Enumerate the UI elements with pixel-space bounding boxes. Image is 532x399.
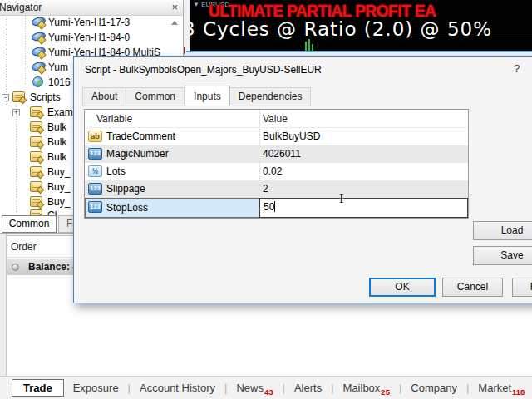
globe-icon bbox=[32, 76, 43, 87]
scroll-up-icon[interactable] bbox=[171, 21, 178, 25]
tab-dependencies[interactable]: Dependencies bbox=[230, 87, 312, 106]
terminal-tab-bar: Trade Exposure | Account History | News4… bbox=[0, 376, 532, 399]
table-row-selected[interactable]: 123 StopLoss 50 bbox=[85, 198, 468, 218]
mt4-window: ▼ EURUSD ULTIMATE PARTIAL PROFIT EA 3 Cy… bbox=[0, 0, 532, 399]
ea-overlay-title: ULTIMATE PARTIAL PROFIT EA bbox=[209, 2, 436, 20]
value-edit-input[interactable]: 50 bbox=[259, 198, 468, 218]
integer-type-icon: 123 bbox=[88, 183, 102, 195]
balance-label: Balance: 4 bbox=[28, 261, 74, 273]
chart-window-border bbox=[186, 51, 532, 52]
tree-connector bbox=[25, 13, 26, 85]
tab-company[interactable]: Company bbox=[401, 382, 466, 394]
expert-advisor-icon bbox=[32, 31, 46, 43]
tab-common[interactable]: Common bbox=[126, 87, 185, 106]
expert-advisor-icon bbox=[32, 16, 46, 28]
script-scroll-icon bbox=[30, 121, 42, 132]
tick-bar bbox=[305, 42, 307, 51]
mailbox-badge: 25 bbox=[381, 387, 390, 397]
navigator-title: Navigator × bbox=[0, 0, 183, 16]
column-header-variable: Variable bbox=[96, 113, 132, 125]
script-scroll-icon bbox=[30, 106, 42, 117]
script-scroll-icon bbox=[30, 151, 42, 162]
balance-row[interactable]: Balance: 4 bbox=[7, 259, 74, 275]
collapse-icon[interactable]: - bbox=[2, 94, 9, 101]
double-type-icon: ½ bbox=[88, 165, 102, 177]
help-icon[interactable]: ? bbox=[514, 62, 520, 75]
script-scroll-icon bbox=[30, 196, 42, 207]
cancel-button[interactable]: Cancel bbox=[442, 278, 503, 297]
tab-trade[interactable]: Trade bbox=[12, 379, 64, 397]
table-row[interactable]: 123 MagicNumber 4026011 bbox=[85, 145, 468, 163]
terminal-left-strip bbox=[0, 234, 7, 376]
text-caret bbox=[274, 201, 275, 212]
reset-button[interactable]: Reset bbox=[512, 278, 532, 297]
tab-exposure[interactable]: Exposure bbox=[64, 382, 128, 394]
tab-news[interactable]: News43 bbox=[227, 382, 282, 394]
tab-market[interactable]: Market118 bbox=[469, 382, 532, 394]
script-scroll-icon bbox=[12, 91, 25, 102]
integer-type-icon: 123 bbox=[88, 148, 102, 160]
navigator-tab-common[interactable]: Common bbox=[2, 215, 57, 233]
news-badge: 43 bbox=[264, 387, 273, 397]
table-row[interactable]: ½ Lots 0.02 bbox=[85, 163, 468, 180]
ok-button[interactable]: OK bbox=[369, 278, 436, 297]
market-badge: 118 bbox=[512, 387, 525, 397]
table-row[interactable]: 123 Slippage 2 bbox=[85, 180, 468, 198]
expert-advisor-icon bbox=[32, 61, 46, 73]
text-type-icon: ab bbox=[88, 131, 102, 142]
tick-bar bbox=[308, 39, 310, 51]
balance-status-icon bbox=[12, 264, 19, 271]
ea-overlay-subtitle: 3 Cycles @ Ratio (2.0) @ 50% bbox=[190, 18, 492, 40]
expert-advisor-icon bbox=[32, 46, 46, 58]
integer-type-icon: 123 bbox=[88, 201, 102, 213]
close-icon[interactable]: × bbox=[171, 1, 178, 14]
column-header-value: Value bbox=[263, 113, 288, 125]
dialog-tab-strip: About Common Inputs Dependencies bbox=[82, 86, 311, 106]
tab-mailbox[interactable]: Mailbox25 bbox=[334, 382, 399, 394]
script-dialog: Script - BulkSymbolsOpen_Majors_BuyUSD-S… bbox=[73, 56, 532, 303]
table-header: Variable Value bbox=[85, 110, 468, 128]
text-cursor: I bbox=[339, 190, 344, 207]
script-scroll-icon bbox=[30, 166, 42, 177]
inputs-table: Variable Value ab TradeComment BulkBuyUS… bbox=[84, 109, 469, 219]
expand-icon[interactable]: + bbox=[12, 109, 20, 116]
script-scroll-icon bbox=[30, 136, 42, 147]
tree-connector bbox=[16, 101, 17, 214]
load-button[interactable]: Load bbox=[473, 221, 532, 240]
chart-dropdown-icon[interactable]: ▼ bbox=[193, 1, 200, 8]
tab-inputs[interactable]: Inputs bbox=[185, 86, 230, 106]
table-row[interactable]: ab TradeComment BulkBuyUSD bbox=[85, 128, 468, 145]
script-scroll-icon bbox=[30, 181, 42, 192]
tab-about[interactable]: About bbox=[82, 87, 126, 106]
tick-bar bbox=[312, 44, 313, 51]
order-column-header[interactable]: Order bbox=[11, 241, 37, 253]
save-button[interactable]: Save bbox=[473, 246, 532, 265]
dialog-title: Script - BulkSymbolsOpen_Majors_BuyUSD-S… bbox=[85, 64, 322, 76]
tab-account-history[interactable]: Account History bbox=[131, 382, 224, 394]
tab-alerts[interactable]: Alerts bbox=[285, 382, 331, 394]
chart-panel[interactable]: ▼ EURUSD ULTIMATE PARTIAL PROFIT EA 3 Cy… bbox=[190, 0, 532, 51]
